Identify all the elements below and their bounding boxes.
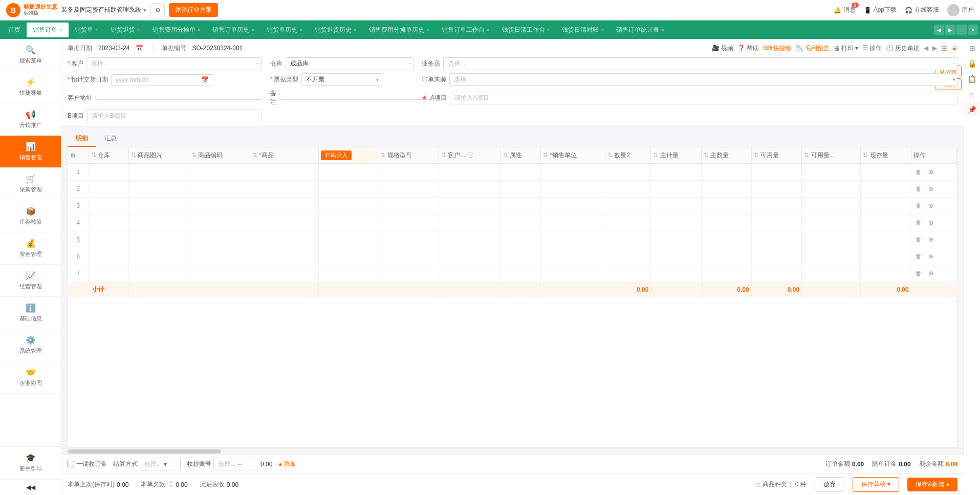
row-cell-8[interactable] (500, 265, 540, 282)
row-ops[interactable]: 🗑⊕ (911, 164, 956, 181)
right-icon-2[interactable]: 🔒 (965, 56, 979, 71)
row-cell-12[interactable] (701, 231, 751, 248)
copy-row-btn[interactable]: ⊕ (926, 201, 936, 211)
row-cell-14[interactable] (802, 214, 861, 231)
row-cell-15[interactable] (861, 248, 911, 265)
row-cell-15[interactable] (861, 265, 911, 282)
tab-summary[interactable]: 汇总 (96, 131, 125, 147)
invoice-select[interactable]: 不开票 ▾ (301, 73, 383, 86)
sidebar-item-purchase[interactable]: 🛒 采购管理 (0, 168, 61, 200)
row-cell-7[interactable] (439, 248, 500, 265)
print-btn[interactable]: 🖨 打印 ▾ (834, 44, 858, 53)
row-ops[interactable]: 🗑⊕ (911, 198, 956, 214)
sidebar-collapse-btn[interactable]: ◀◀ (0, 479, 61, 495)
close-icon[interactable]: × (251, 27, 254, 33)
row-cell-11[interactable] (651, 231, 701, 248)
delete-row-btn[interactable]: 🗑 (913, 184, 924, 194)
payment-method-select[interactable]: 选择... ▾ (140, 458, 181, 470)
row-cell-4[interactable] (250, 231, 319, 248)
nav-prev-btn[interactable]: ◀ (934, 25, 944, 35)
row-cell-11[interactable] (651, 164, 701, 181)
row-cell-15[interactable] (861, 164, 911, 181)
operations-btn[interactable]: ☰ 操作 (862, 44, 882, 53)
row-cell-1[interactable] (89, 248, 128, 265)
row-cell-9[interactable] (540, 164, 605, 181)
close-icon[interactable]: × (299, 27, 302, 33)
scan-btn[interactable]: 扫码录入 (321, 150, 352, 160)
row-cell-6[interactable] (378, 248, 439, 265)
row-cell-12[interactable] (701, 181, 751, 198)
row-cell-3[interactable] (189, 214, 250, 231)
row-cell-9[interactable] (540, 231, 605, 248)
sidebar-item-base[interactable]: ℹ️ 基础信息 (0, 297, 61, 329)
row-ops[interactable]: 🗑⊕ (911, 248, 956, 265)
delete-row-btn[interactable]: 🗑 (913, 251, 924, 262)
row-cell-14[interactable] (802, 231, 861, 248)
order-source-caret[interactable]: ▾ (953, 77, 955, 82)
row-cell-13[interactable] (751, 164, 801, 181)
row-cell-10[interactable] (605, 248, 651, 265)
message-btn[interactable]: 🔔 消息 9 (834, 6, 856, 14)
customer-input-wrapper[interactable]: 选择... ··· (86, 57, 262, 70)
close-icon[interactable]: × (95, 27, 98, 33)
row-cell-14[interactable] (802, 164, 861, 181)
row-cell-14[interactable] (802, 248, 861, 265)
tab-sales-order[interactable]: 销售订单 × (27, 23, 69, 37)
row-cell-9[interactable] (540, 181, 605, 198)
row-cell-10[interactable] (605, 265, 651, 282)
row-cell-1[interactable] (89, 214, 128, 231)
user-menu-btn[interactable]: 用户 (947, 4, 974, 16)
app-name-area[interactable]: 装备及固定资产辅助管理系统 ▾ (61, 6, 146, 14)
nav-right-icon[interactable]: ▶ (932, 45, 937, 52)
close-icon[interactable]: × (601, 27, 604, 33)
row-cell-13[interactable] (751, 214, 801, 231)
row-cell-14[interactable] (802, 181, 861, 198)
right-icon-3[interactable]: 📋 (965, 72, 979, 86)
row-cell-1[interactable] (89, 265, 128, 282)
copy-row-btn[interactable]: ⊕ (926, 268, 936, 278)
th-available[interactable]: ⇅ 可用量 (751, 147, 801, 164)
row-cell-10[interactable] (605, 231, 651, 248)
row-cell-13[interactable] (751, 231, 801, 248)
sidebar-item-guide[interactable]: 🎓 新手引导 (0, 446, 61, 479)
th-attr[interactable]: ⇅ 属性 (500, 147, 540, 164)
save-draft-btn[interactable]: 保存草稿 ▾ (853, 477, 899, 492)
th-spec[interactable]: ⇅ 规格型号 (378, 147, 439, 164)
row-cell-4[interactable] (250, 164, 319, 181)
row-cell-15[interactable] (861, 198, 911, 214)
row-cell-9[interactable] (540, 198, 605, 214)
row-cell-3[interactable] (189, 231, 250, 248)
copy-row-btn[interactable]: ⊕ (926, 167, 936, 177)
nav-next-btn[interactable]: ▶ (945, 25, 955, 35)
copy-row-btn[interactable]: ⊕ (926, 218, 936, 228)
row-cell-1[interactable] (89, 181, 128, 198)
row-cell-8[interactable] (500, 231, 540, 248)
row-cell-5[interactable] (319, 248, 378, 265)
row-cell-5[interactable] (319, 181, 378, 198)
quick-order-check[interactable] (68, 461, 74, 467)
tab-sales-fee[interactable]: 销售费用分摊单 × (146, 23, 207, 37)
sidebar-item-sales[interactable]: 📊 销售管理 (0, 136, 61, 168)
th-main-unit[interactable]: ⇅ 主计量 (651, 147, 701, 164)
sidebar-item-finance[interactable]: 💰 资金管理 (0, 232, 61, 265)
delivery-date-input[interactable]: yyyy-mm-dd 📅 (111, 74, 213, 85)
row-cell-1[interactable] (89, 164, 128, 181)
row-cell-9[interactable] (540, 214, 605, 231)
row-cell-6[interactable] (378, 164, 439, 181)
row-cell-5[interactable] (319, 231, 378, 248)
row-cell-7[interactable] (439, 198, 500, 214)
th-available2[interactable]: ⇅ 可用量... (802, 147, 861, 164)
sidebar-item-marketing[interactable]: 📢 营销推广 (0, 103, 61, 136)
tab-sales-bill-history[interactable]: 销货单历史 × (260, 23, 309, 37)
th-code[interactable]: ⇅ 商品编码 (189, 147, 250, 164)
tab-cash-reconcile[interactable]: 钱货日清对账 × (556, 23, 610, 37)
add-btn[interactable]: ● 添加 (278, 460, 295, 468)
row-cell-11[interactable] (651, 265, 701, 282)
row-ops[interactable]: 🗑⊕ (911, 181, 956, 198)
shortcut-btn[interactable]: ⌨ 快捷键 (763, 44, 792, 53)
row-ops[interactable]: 🗑⊕ (911, 265, 956, 282)
row-cell-3[interactable] (189, 248, 250, 265)
row-cell-2[interactable] (128, 214, 189, 231)
row-ops[interactable]: 🗑⊕ (911, 231, 956, 248)
row-cell-13[interactable] (751, 248, 801, 265)
